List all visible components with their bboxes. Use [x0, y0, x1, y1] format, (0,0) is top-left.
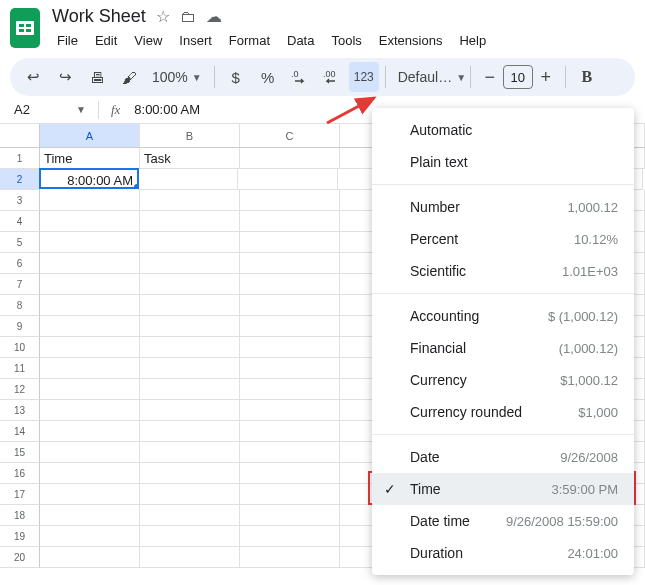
font-size-increase[interactable]: +: [533, 64, 559, 90]
more-formats-button[interactable]: 123: [349, 62, 379, 92]
cell-C6[interactable]: [240, 253, 340, 274]
cell-B9[interactable]: [140, 316, 240, 337]
name-box[interactable]: A2: [10, 100, 70, 119]
cell-C18[interactable]: [240, 505, 340, 526]
row-header[interactable]: 18: [0, 505, 40, 526]
cell-A11[interactable]: [40, 358, 140, 379]
menu-view[interactable]: View: [127, 29, 169, 52]
row-header[interactable]: 6: [0, 253, 40, 274]
cell-B3[interactable]: [140, 190, 240, 211]
select-all-corner[interactable]: [0, 124, 40, 148]
format-automatic[interactable]: Automatic: [372, 114, 634, 146]
cell-C5[interactable]: [240, 232, 340, 253]
format-scientific[interactable]: Scientific1.01E+03: [372, 255, 634, 287]
move-folder-icon[interactable]: 🗀: [180, 8, 196, 26]
cell-B11[interactable]: [140, 358, 240, 379]
menu-extensions[interactable]: Extensions: [372, 29, 450, 52]
row-header[interactable]: 9: [0, 316, 40, 337]
cell-B6[interactable]: [140, 253, 240, 274]
cell-C3[interactable]: [240, 190, 340, 211]
cell-A7[interactable]: [40, 274, 140, 295]
format-duration[interactable]: Duration24:01:00: [372, 537, 634, 569]
format-financial[interactable]: Financial(1,000.12): [372, 332, 634, 364]
cell-A6[interactable]: [40, 253, 140, 274]
cell-C4[interactable]: [240, 211, 340, 232]
menu-tools[interactable]: Tools: [324, 29, 368, 52]
row-header[interactable]: 7: [0, 274, 40, 295]
format-plain-text[interactable]: Plain text: [372, 146, 634, 178]
row-header[interactable]: 14: [0, 421, 40, 442]
row-header[interactable]: 2: [0, 169, 40, 190]
cell-A13[interactable]: [40, 400, 140, 421]
cell-C1[interactable]: [240, 148, 340, 169]
cell-B14[interactable]: [140, 421, 240, 442]
cell-C19[interactable]: [240, 526, 340, 547]
menu-format[interactable]: Format: [222, 29, 277, 52]
cell-B12[interactable]: [140, 379, 240, 400]
col-header-B[interactable]: B: [140, 124, 240, 148]
row-header[interactable]: 5: [0, 232, 40, 253]
menu-insert[interactable]: Insert: [172, 29, 219, 52]
redo-button[interactable]: ↪: [50, 62, 80, 92]
col-header-C[interactable]: C: [240, 124, 340, 148]
cell-A9[interactable]: [40, 316, 140, 337]
zoom-select[interactable]: 100% ▼: [146, 62, 208, 92]
cell-B7[interactable]: [140, 274, 240, 295]
increase-decimal-button[interactable]: .00: [317, 62, 347, 92]
format-date-time[interactable]: Date time9/26/2008 15:59:00: [372, 505, 634, 537]
cell-B16[interactable]: [140, 463, 240, 484]
cell-A5[interactable]: [40, 232, 140, 253]
format-currency-rounded[interactable]: Currency rounded$1,000: [372, 396, 634, 428]
row-header[interactable]: 19: [0, 526, 40, 547]
cell-B13[interactable]: [140, 400, 240, 421]
currency-button[interactable]: $: [221, 62, 251, 92]
cell-B8[interactable]: [140, 295, 240, 316]
row-header[interactable]: 10: [0, 337, 40, 358]
cell-B5[interactable]: [140, 232, 240, 253]
cell-C8[interactable]: [240, 295, 340, 316]
font-select[interactable]: Defaul… ▼: [392, 62, 464, 92]
row-header[interactable]: 13: [0, 400, 40, 421]
cell-B4[interactable]: [140, 211, 240, 232]
bold-button[interactable]: B: [572, 62, 602, 92]
row-header[interactable]: 1: [0, 148, 40, 169]
cell-C16[interactable]: [240, 463, 340, 484]
row-header[interactable]: 17: [0, 484, 40, 505]
cell-C10[interactable]: [240, 337, 340, 358]
cell-C20[interactable]: [240, 547, 340, 568]
cell-C9[interactable]: [240, 316, 340, 337]
cell-A18[interactable]: [40, 505, 140, 526]
row-header[interactable]: 11: [0, 358, 40, 379]
cell-A20[interactable]: [40, 547, 140, 568]
cell-A8[interactable]: [40, 295, 140, 316]
cell-C13[interactable]: [240, 400, 340, 421]
cell-A15[interactable]: [40, 442, 140, 463]
row-header[interactable]: 8: [0, 295, 40, 316]
cell-C14[interactable]: [240, 421, 340, 442]
formula-bar[interactable]: 8:00:00 AM: [126, 102, 200, 117]
percent-button[interactable]: %: [253, 62, 283, 92]
menu-data[interactable]: Data: [280, 29, 321, 52]
font-size-input[interactable]: 10: [503, 65, 533, 89]
row-header[interactable]: 3: [0, 190, 40, 211]
cell-A10[interactable]: [40, 337, 140, 358]
row-header[interactable]: 12: [0, 379, 40, 400]
name-box-dropdown[interactable]: ▼: [76, 104, 86, 115]
format-number[interactable]: Number1,000.12: [372, 191, 634, 223]
cell-A12[interactable]: [40, 379, 140, 400]
cell-A17[interactable]: [40, 484, 140, 505]
cell-B2[interactable]: [138, 169, 238, 190]
print-button[interactable]: 🖶: [82, 62, 112, 92]
paint-format-button[interactable]: 🖌: [114, 62, 144, 92]
row-header[interactable]: 15: [0, 442, 40, 463]
decrease-decimal-button[interactable]: .0: [285, 62, 315, 92]
cell-C15[interactable]: [240, 442, 340, 463]
star-icon[interactable]: ☆: [156, 7, 170, 26]
format-date[interactable]: Date9/26/2008: [372, 441, 634, 473]
cell-B1[interactable]: Task: [140, 148, 240, 169]
undo-button[interactable]: ↩: [18, 62, 48, 92]
cell-B19[interactable]: [140, 526, 240, 547]
format-accounting[interactable]: Accounting$ (1,000.12): [372, 300, 634, 332]
row-header[interactable]: 4: [0, 211, 40, 232]
doc-title[interactable]: Work Sheet: [52, 6, 146, 27]
